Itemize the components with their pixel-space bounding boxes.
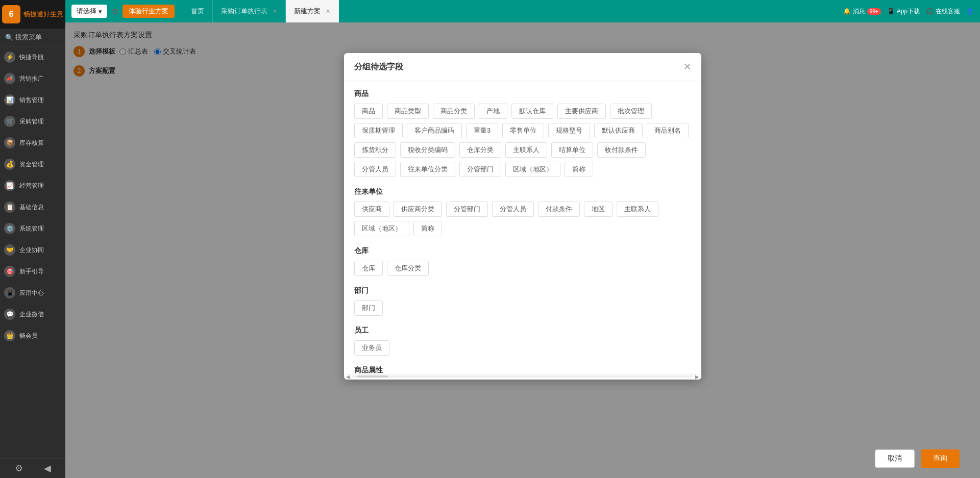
tab-new-plan-close[interactable]: ✕: [326, 8, 330, 15]
field-tag[interactable]: 分管部门: [459, 162, 501, 177]
sidebar-item-label: 销售管理: [19, 96, 44, 105]
sidebar-item-member[interactable]: 👑 畅会员: [0, 325, 65, 346]
topbar-tabs: 首页 采购订单执行表 ✕ 新建方案 ✕: [183, 0, 339, 22]
tab-purchase-exec[interactable]: 采购订单执行表 ✕: [213, 0, 286, 22]
search-icon: 🔍: [5, 34, 13, 41]
field-tag[interactable]: 供应商分类: [394, 202, 442, 217]
quick-nav-icon: ⚡: [4, 52, 15, 63]
scroll-left-arrow[interactable]: ◀: [346, 374, 350, 379]
sidebar-item-wechat[interactable]: 💬 企业微信: [0, 304, 65, 325]
sidebar-item-quick-nav[interactable]: ⚡ 快捷导航: [0, 46, 65, 68]
field-tag[interactable]: 分管部门: [446, 202, 488, 217]
field-tag[interactable]: 业务员: [354, 340, 389, 356]
section-employee-tags: 业务员: [354, 340, 691, 356]
sidebar-item-purchase[interactable]: 🛒 采购管理: [0, 111, 65, 132]
message-btn[interactable]: 🔔 消息 99+: [843, 7, 881, 16]
field-tag[interactable]: 默认仓库: [511, 104, 553, 119]
sidebar-item-label: 应用中心: [19, 289, 44, 297]
field-tag[interactable]: 主联系人: [617, 202, 658, 217]
field-tag[interactable]: 主要供应商: [557, 104, 606, 119]
modal-hscrollbar[interactable]: ◀ ▶: [344, 374, 701, 380]
field-tag[interactable]: 税收分类编码: [400, 142, 455, 158]
sidebar-item-app-center[interactable]: 📱 应用中心: [0, 282, 65, 304]
online-service-label: 在线客服: [936, 7, 960, 16]
field-tag[interactable]: 仓库分类: [387, 261, 429, 276]
field-tag[interactable]: 区域（地区）: [354, 221, 409, 236]
field-tag[interactable]: 商品别名: [647, 123, 689, 138]
field-tag[interactable]: 分管人员: [354, 162, 396, 177]
field-tag[interactable]: 供应商: [354, 202, 389, 217]
field-tag[interactable]: 仓库: [354, 261, 383, 276]
finance-icon: 💰: [4, 159, 15, 170]
app-download-btn[interactable]: 📱 App下载: [887, 7, 920, 16]
tab-purchase-exec-close[interactable]: ✕: [273, 8, 277, 15]
field-tag[interactable]: 简称: [565, 162, 593, 177]
field-tag[interactable]: 重量3: [466, 123, 498, 138]
top-selector[interactable]: 请选择 ▾: [71, 5, 107, 18]
sidebar-item-basic-info[interactable]: 📋 基础信息: [0, 196, 65, 218]
cancel-button[interactable]: 取消: [875, 449, 915, 468]
marketing-icon: 📣: [4, 73, 15, 84]
field-tag[interactable]: 商品: [354, 104, 383, 119]
sidebar-item-operations[interactable]: 📈 经营管理: [0, 175, 65, 196]
field-tag[interactable]: 简称: [413, 221, 442, 236]
sidebar-item-enterprise[interactable]: 🤝 企业协同: [0, 239, 65, 261]
collapse-icon[interactable]: ◀: [44, 463, 51, 474]
selector-value: 请选择: [77, 7, 96, 16]
field-tag[interactable]: 往来单位分类: [400, 162, 455, 177]
user-avatar[interactable]: 👤: [966, 8, 974, 15]
sidebar-nav: ⚡ 快捷导航 📣 营销推广 📊 销售管理 🛒 采购管理 📦 库存核算 💰: [0, 46, 65, 458]
modal-body: 商品 商品 商品类型 商品分类 产地 默认仓库 主要供应商 批次管理 保质期管理: [344, 81, 701, 374]
sidebar-item-marketing[interactable]: 📣 营销推广: [0, 68, 65, 89]
field-tag[interactable]: 拣货积分: [354, 142, 396, 158]
online-service-btn[interactable]: 🎧 在线客服: [926, 7, 960, 16]
experience-btn[interactable]: 体验行业方案: [122, 5, 175, 18]
field-tag[interactable]: 零售单位: [502, 123, 544, 138]
tab-home[interactable]: 首页: [183, 0, 213, 22]
field-tag[interactable]: 客户商品编码: [407, 123, 462, 138]
sidebar-item-inventory[interactable]: 📦 库存核算: [0, 132, 65, 154]
topbar-gear-icon[interactable]: ⚙: [111, 7, 118, 16]
headset-icon: 🎧: [926, 8, 934, 15]
field-tag[interactable]: 保质期管理: [354, 123, 403, 138]
section-product-attr-title: 商品属性: [354, 366, 691, 374]
field-tag[interactable]: 分管人员: [492, 202, 534, 217]
section-warehouse-title: 仓库: [354, 246, 691, 256]
app-center-icon: 📱: [4, 287, 15, 298]
field-tag[interactable]: 商品类型: [387, 104, 429, 119]
modal-action-area: 取消 查询: [875, 449, 960, 468]
field-tag[interactable]: 收付款条件: [597, 142, 646, 158]
sidebar-item-finance[interactable]: 💰 资金管理: [0, 154, 65, 175]
modal-backdrop: 分组待选字段 ✕ 商品 商品 商品类型 商品分类 产地 默认: [65, 22, 980, 478]
scroll-right-arrow[interactable]: ▶: [695, 374, 699, 379]
field-tag[interactable]: 结算单位: [551, 142, 593, 158]
sidebar-logo: 6 畅捷通好生意: [0, 0, 65, 29]
field-tag[interactable]: 付款条件: [538, 202, 580, 217]
settings-bottom-icon[interactable]: ⚙: [15, 463, 23, 474]
basic-info-icon: 📋: [4, 202, 15, 213]
sidebar-search[interactable]: 🔍 搜索菜单: [0, 29, 65, 46]
field-tag[interactable]: 部门: [354, 300, 383, 316]
modal-close-btn[interactable]: ✕: [683, 61, 691, 72]
sidebar-item-label: 资金管理: [19, 160, 44, 169]
member-icon: 👑: [4, 330, 15, 341]
field-tag[interactable]: 默认供应商: [594, 123, 643, 138]
field-tag[interactable]: 主联系人: [505, 142, 547, 158]
tab-new-plan[interactable]: 新建方案 ✕: [286, 0, 339, 22]
section-employee-title: 员工: [354, 326, 691, 335]
field-tag[interactable]: 批次管理: [610, 104, 652, 119]
field-tag[interactable]: 地区: [584, 202, 612, 217]
sidebar-item-label: 采购管理: [19, 117, 44, 126]
field-tag[interactable]: 区域（地区）: [505, 162, 560, 177]
field-tag[interactable]: 规格型号: [548, 123, 590, 138]
sidebar-item-label: 快捷导航: [19, 53, 44, 62]
section-product-tags: 商品 商品类型 商品分类 产地 默认仓库 主要供应商 批次管理 保质期管理 客户…: [354, 104, 691, 177]
field-tag[interactable]: 商品分类: [433, 104, 475, 119]
confirm-button[interactable]: 查询: [921, 449, 960, 468]
sidebar-item-sales[interactable]: 📊 销售管理: [0, 89, 65, 111]
field-tag[interactable]: 产地: [479, 104, 507, 119]
page-content: 采购订单执行表方案设置 1 选择模板 汇总表 交叉统计表: [65, 22, 980, 478]
sidebar-item-guide[interactable]: 🎯 新手引导: [0, 261, 65, 282]
sidebar-item-system[interactable]: ⚙️ 系统管理: [0, 218, 65, 239]
field-tag[interactable]: 仓库分类: [459, 142, 501, 158]
